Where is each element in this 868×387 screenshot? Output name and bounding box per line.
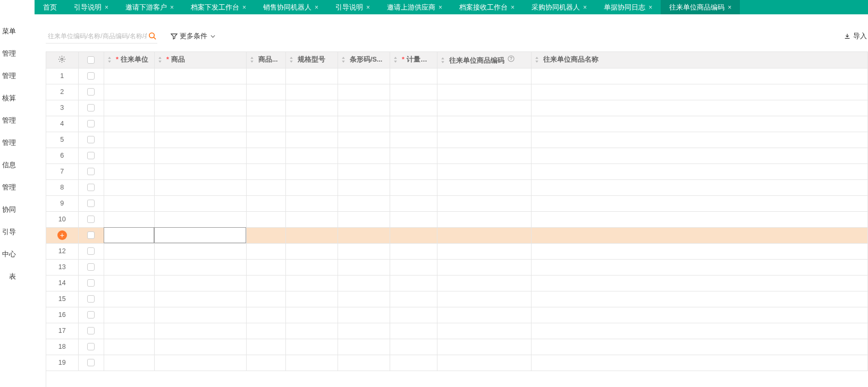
cell-measure[interactable] xyxy=(390,323,437,339)
cell-product[interactable] xyxy=(154,211,246,227)
tab-2[interactable]: 邀请下游客户× xyxy=(117,0,182,14)
table-row[interactable]: 17 xyxy=(46,323,868,339)
cell-measure[interactable] xyxy=(390,291,437,307)
cell-spec[interactable] xyxy=(285,355,338,371)
cell-barcode[interactable] xyxy=(338,243,390,259)
cell-barcode[interactable] xyxy=(338,116,390,132)
cell-spec[interactable] xyxy=(285,68,338,84)
sidebar-item-5[interactable]: 管理 xyxy=(0,132,19,154)
cell-unit[interactable] xyxy=(104,307,154,323)
sidebar-item-8[interactable]: 协同 xyxy=(0,199,19,221)
cell-measure[interactable] xyxy=(390,100,437,116)
row-checkbox[interactable] xyxy=(87,88,95,96)
header-unit[interactable]: * 往来单位 xyxy=(104,52,154,68)
cell-spec[interactable] xyxy=(285,132,338,148)
cell-pclass[interactable] xyxy=(246,179,285,195)
tab-10[interactable]: 往来单位商品编码× xyxy=(661,0,740,14)
row-checkbox[interactable] xyxy=(87,247,95,255)
cell-barcode[interactable] xyxy=(338,227,390,243)
search-input[interactable] xyxy=(46,29,157,43)
cell-code[interactable] xyxy=(437,243,531,259)
cell-product[interactable] xyxy=(154,84,246,100)
cell-unit[interactable] xyxy=(104,243,154,259)
cell-pclass[interactable] xyxy=(246,291,285,307)
cell-measure[interactable] xyxy=(390,259,437,275)
row-checkbox[interactable] xyxy=(87,104,95,111)
cell-pclass[interactable] xyxy=(246,132,285,148)
cell-name[interactable] xyxy=(531,323,868,339)
export-button[interactable]: 导入 xyxy=(843,29,867,44)
sidebar-item-10[interactable]: 中心 xyxy=(0,243,19,265)
cell-product[interactable] xyxy=(154,179,246,195)
header-name[interactable]: 往来单位商品名称 xyxy=(531,52,868,68)
cell-product[interactable] xyxy=(154,227,246,243)
sidebar-item-9[interactable]: 引导 xyxy=(0,221,19,243)
cell-pclass[interactable] xyxy=(246,259,285,275)
cell-product[interactable] xyxy=(154,259,246,275)
close-icon[interactable]: × xyxy=(728,4,731,11)
tab-0[interactable]: 首页 xyxy=(35,0,65,14)
header-code[interactable]: 往来单位商品编码 ? xyxy=(437,52,531,68)
tab-8[interactable]: 采购协同机器人× xyxy=(523,0,595,14)
cell-name[interactable] xyxy=(531,84,868,100)
tab-5[interactable]: 引导说明× xyxy=(327,0,378,14)
cell-code[interactable] xyxy=(437,164,531,179)
cell-name[interactable] xyxy=(531,291,868,307)
cell-unit[interactable] xyxy=(104,323,154,339)
table-row[interactable]: 6 xyxy=(46,148,868,164)
table-row[interactable]: 13 xyxy=(46,259,868,275)
header-settings[interactable] xyxy=(46,52,78,68)
cell-unit[interactable] xyxy=(104,116,154,132)
row-checkbox[interactable] xyxy=(87,216,95,223)
cell-barcode[interactable] xyxy=(338,291,390,307)
table-row[interactable]: + xyxy=(46,227,868,243)
cell-barcode[interactable] xyxy=(338,339,390,355)
cell-unit[interactable] xyxy=(104,179,154,195)
cell-barcode[interactable] xyxy=(338,275,390,291)
row-checkbox[interactable] xyxy=(87,136,95,143)
cell-barcode[interactable] xyxy=(338,259,390,275)
close-icon[interactable]: × xyxy=(315,4,318,11)
cell-measure[interactable] xyxy=(390,307,437,323)
cell-barcode[interactable] xyxy=(338,100,390,116)
cell-name[interactable] xyxy=(531,164,868,179)
row-checkbox[interactable] xyxy=(87,184,95,191)
cell-name[interactable] xyxy=(531,259,868,275)
cell-barcode[interactable] xyxy=(338,84,390,100)
cell-measure[interactable] xyxy=(390,227,437,243)
table-row[interactable]: 12 xyxy=(46,243,868,259)
cell-barcode[interactable] xyxy=(338,307,390,323)
cell-measure[interactable] xyxy=(390,339,437,355)
cell-code[interactable] xyxy=(437,259,531,275)
cell-spec[interactable] xyxy=(285,259,338,275)
header-check[interactable] xyxy=(78,52,104,68)
checkbox-all[interactable] xyxy=(87,56,95,64)
cell-measure[interactable] xyxy=(390,132,437,148)
cell-spec[interactable] xyxy=(285,179,338,195)
cell-code[interactable] xyxy=(437,227,531,243)
table-row[interactable]: 18 xyxy=(46,339,868,355)
cell-spec[interactable] xyxy=(285,84,338,100)
cell-pclass[interactable] xyxy=(246,275,285,291)
cell-code[interactable] xyxy=(437,179,531,195)
cell-code[interactable] xyxy=(437,323,531,339)
cell-measure[interactable] xyxy=(390,179,437,195)
table-row[interactable]: 3 xyxy=(46,100,868,116)
cell-product[interactable] xyxy=(154,275,246,291)
cell-unit[interactable] xyxy=(104,164,154,179)
cell-measure[interactable] xyxy=(390,68,437,84)
row-checkbox[interactable] xyxy=(87,279,95,287)
cell-measure[interactable] xyxy=(390,243,437,259)
cell-pclass[interactable] xyxy=(246,84,285,100)
search-icon[interactable] xyxy=(148,32,156,40)
cell-name[interactable] xyxy=(531,148,868,164)
cell-product[interactable] xyxy=(154,323,246,339)
cell-pclass[interactable] xyxy=(246,323,285,339)
row-checkbox[interactable] xyxy=(87,200,95,207)
row-checkbox[interactable] xyxy=(87,311,95,319)
cell-unit[interactable] xyxy=(104,259,154,275)
cell-barcode[interactable] xyxy=(338,179,390,195)
cell-name[interactable] xyxy=(531,307,868,323)
close-icon[interactable]: × xyxy=(170,4,174,11)
table-row[interactable]: 5 xyxy=(46,132,868,148)
